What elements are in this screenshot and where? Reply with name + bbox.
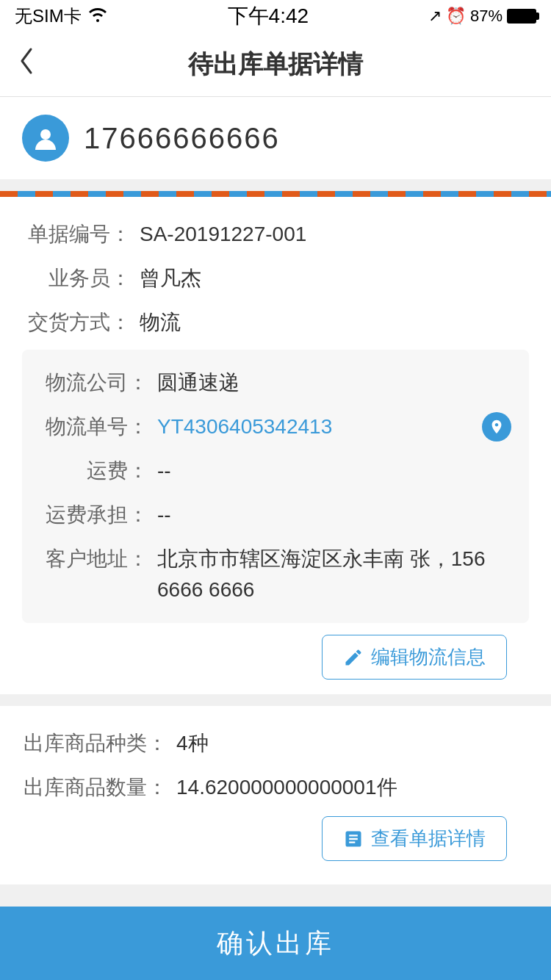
status-left: 无SIM卡	[15, 4, 108, 28]
quantity-label: 出库商品数量：	[22, 772, 176, 803]
status-time: 下午4:42	[228, 2, 309, 30]
tracking-label: 物流单号：	[40, 411, 157, 442]
address-row: 客户地址： 北京市市辖区海淀区永丰南 张，156 6666 6666	[40, 544, 511, 605]
wifi-icon	[87, 6, 108, 26]
dashed-divider	[0, 191, 551, 197]
customer-phone: 17666666666	[84, 122, 280, 155]
address-value: 北京市市辖区海淀区永丰南 张，156 6666 6666	[157, 544, 511, 605]
company-label: 物流公司：	[40, 367, 157, 398]
view-detail-label: 查看单据详情	[371, 826, 486, 851]
tracking-value: YT4306405342413	[157, 411, 473, 442]
category-row: 出库商品种类： 4种	[22, 728, 529, 759]
stock-info-section: 出库商品种类： 4种 出库商品数量： 14.620000000000001件 查…	[0, 706, 551, 884]
delivery-row: 交货方式： 物流	[22, 307, 529, 338]
tracking-map-icon[interactable]	[482, 412, 511, 442]
view-detail-button[interactable]: 查看单据详情	[322, 816, 507, 861]
view-detail-container: 查看单据详情	[22, 816, 529, 879]
confirm-bar[interactable]: 确认出库	[0, 907, 551, 980]
customer-header: 17666666666	[0, 97, 551, 179]
company-value: 圆通速递	[157, 367, 511, 398]
tracking-row: 物流单号： YT4306405342413	[40, 411, 511, 442]
salesman-label: 业务员：	[22, 263, 140, 294]
alarm-icon: ⏰	[446, 7, 466, 26]
company-row: 物流公司： 圆通速递	[40, 367, 511, 398]
confirm-button-label: 确认出库	[217, 926, 334, 962]
edit-logistics-label: 编辑物流信息	[371, 644, 486, 670]
order-info-section: 单据编号： SA-20191227-001 业务员： 曾凡杰 交货方式： 物流	[0, 197, 551, 350]
quantity-value: 14.620000000000001件	[176, 772, 529, 803]
page-title: 待出库单据详情	[188, 48, 363, 82]
avatar	[22, 115, 69, 162]
carrier-text: 无SIM卡	[15, 4, 82, 28]
separator-1	[0, 694, 551, 706]
status-bar: 无SIM卡 下午4:42 ↗ ⏰ 87%	[0, 0, 551, 32]
battery-icon	[507, 9, 536, 24]
svg-point-0	[40, 129, 51, 140]
quantity-row: 出库商品数量： 14.620000000000001件	[22, 772, 529, 803]
salesman-value: 曾凡杰	[140, 263, 529, 294]
order-no-value: SA-20191227-001	[140, 219, 529, 250]
freight-bear-value: --	[157, 500, 511, 530]
freight-bear-row: 运费承担： --	[40, 500, 511, 530]
logistics-section: 物流公司： 圆通速递 物流单号： YT4306405342413 运费： -- …	[0, 350, 551, 694]
freight-bear-label: 运费承担：	[40, 500, 157, 530]
logistics-card: 物流公司： 圆通速递 物流单号： YT4306405342413 运费： -- …	[22, 350, 529, 623]
salesman-row: 业务员： 曾凡杰	[22, 263, 529, 294]
order-no-row: 单据编号： SA-20191227-001	[22, 219, 529, 250]
freight-label: 运费：	[40, 455, 157, 486]
delivery-value: 物流	[140, 307, 529, 338]
edit-logistics-button[interactable]: 编辑物流信息	[322, 635, 507, 680]
address-label: 客户地址：	[40, 544, 157, 574]
category-value: 4种	[176, 728, 529, 759]
edit-logistics-container: 编辑物流信息	[22, 635, 529, 694]
back-button[interactable]	[18, 46, 35, 82]
location-icon: ↗	[428, 7, 442, 26]
freight-value: --	[157, 455, 511, 486]
status-right: ↗ ⏰ 87%	[428, 7, 536, 26]
nav-bar: 待出库单据详情	[0, 32, 551, 97]
freight-row: 运费： --	[40, 455, 511, 486]
category-label: 出库商品种类：	[22, 728, 176, 759]
battery-percent: 87%	[470, 7, 503, 26]
order-no-label: 单据编号：	[22, 219, 140, 250]
delivery-label: 交货方式：	[22, 307, 140, 338]
